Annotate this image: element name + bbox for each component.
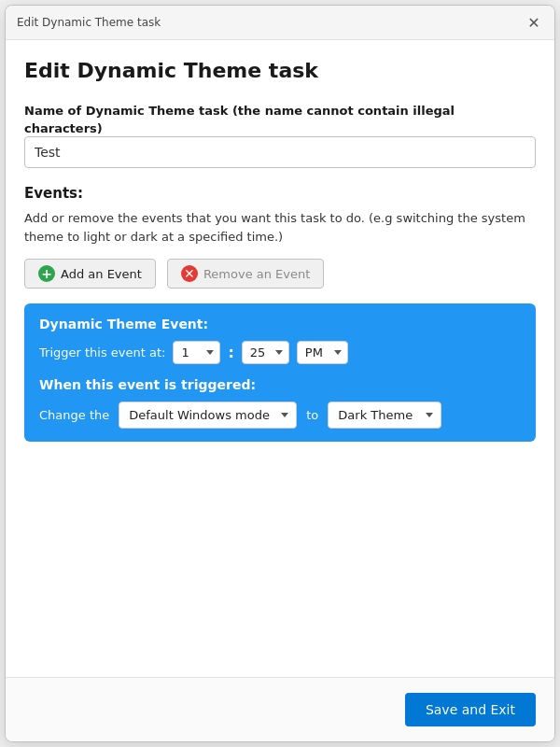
name-label: Name of Dynamic Theme task (the name can… xyxy=(24,104,455,135)
when-triggered-label: When this event is triggered: xyxy=(39,377,521,392)
content-area: Edit Dynamic Theme task Name of Dynamic … xyxy=(6,40,554,677)
change-label: Change the xyxy=(39,408,109,422)
add-event-label: Add an Event xyxy=(61,267,142,281)
task-name-input[interactable] xyxy=(24,136,536,168)
trigger-row: Trigger this event at: 1 2 3 4 5 6 7 8 9… xyxy=(39,341,521,364)
mode-select[interactable]: Default Windows mode App mode Wallpaper xyxy=(119,402,297,429)
add-icon: + xyxy=(38,265,55,282)
save-exit-button[interactable]: Save and Exit xyxy=(405,693,536,726)
change-row: Change the Default Windows mode App mode… xyxy=(39,402,521,429)
close-button[interactable]: ✕ xyxy=(525,13,543,32)
trigger-label: Trigger this event at: xyxy=(39,345,165,359)
event-card-title: Dynamic Theme Event: xyxy=(39,317,521,331)
minute-select[interactable]: 00 05 10 15 20 25 30 35 40 45 50 55 xyxy=(242,341,289,364)
remove-event-label: Remove an Event xyxy=(203,267,310,281)
hour-select[interactable]: 1 2 3 4 5 6 7 8 9 10 11 12 xyxy=(173,341,220,364)
event-card: Dynamic Theme Event: Trigger this event … xyxy=(24,303,536,442)
footer: Save and Exit xyxy=(6,677,554,741)
theme-select[interactable]: Dark Theme Light Theme xyxy=(328,402,441,429)
remove-event-button[interactable]: ✕ Remove an Event xyxy=(167,259,324,289)
events-description: Add or remove the events that you want t… xyxy=(24,209,536,246)
title-bar: Edit Dynamic Theme task ✕ xyxy=(6,6,554,40)
add-event-button[interactable]: + Add an Event xyxy=(24,259,156,289)
to-label: to xyxy=(306,408,318,422)
page-title: Edit Dynamic Theme task xyxy=(24,59,536,82)
events-section-title: Events: xyxy=(24,185,536,202)
colon-separator: : xyxy=(228,344,233,361)
window-title: Edit Dynamic Theme task xyxy=(17,16,161,29)
remove-icon: ✕ xyxy=(181,265,198,282)
event-buttons: + Add an Event ✕ Remove an Event xyxy=(24,259,536,289)
main-window: Edit Dynamic Theme task ✕ Edit Dynamic T… xyxy=(5,5,555,742)
period-select[interactable]: AM PM xyxy=(297,341,348,364)
